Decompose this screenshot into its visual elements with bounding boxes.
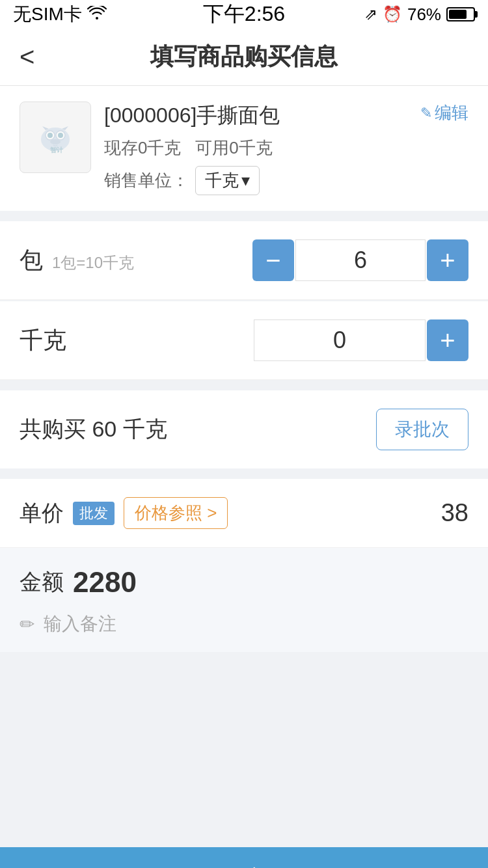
amount-row: 金额 2280 [20,566,468,612]
svg-point-3 [47,133,53,138]
price-tag-pifa: 批发 [73,502,115,525]
confirm-label: 确定 [221,863,267,869]
price-label-row: 单价 批发 价格参照 > [20,497,228,529]
content-area: 智计 [0000006]手撕面包 ✎编辑 现存0千克 可用0千克 销售单位： 千… [0,86,488,847]
summary-section: 共购买 60 千克 录批次 [0,390,488,468]
confirm-button[interactable]: 确定 [0,847,488,868]
batch-button[interactable]: 录批次 [376,409,468,450]
svg-point-5 [50,139,61,144]
battery-percent: 76% [407,5,441,25]
status-right: ⇗ ⏰ 76% [364,5,475,25]
bao-plus-button[interactable]: + [427,239,468,281]
summary-text: 共购买 60 千克 [20,414,167,444]
price-label: 单价 [20,498,64,528]
svg-text:智计: 智计 [49,146,64,154]
product-unit-row: 销售单位： 千克 ▾ [104,166,468,195]
carrier-label: 无SIM卡 [13,2,82,27]
bao-minus-button[interactable]: − [252,239,294,281]
page-title: 填写商品购买信息 [150,41,338,73]
edit-button[interactable]: ✎编辑 [420,102,468,124]
bao-sublabel: 1包=10千克 [52,252,134,273]
price-section: 单价 批发 价格参照 > 38 [0,479,488,548]
status-bar: 无SIM卡 下午2:56 ⇗ ⏰ 76% [0,0,488,29]
svg-point-4 [58,133,63,138]
nav-bar: < 填写商品购买信息 [0,29,488,86]
product-card: 智计 [0000006]手撕面包 ✎编辑 现存0千克 可用0千克 销售单位： 千… [0,86,488,211]
kg-value[interactable]: 0 [254,319,426,361]
chevron-down-icon: ▾ [241,170,250,191]
product-stock: 现存0千克 可用0千克 [104,137,468,159]
unit-select[interactable]: 千克 ▾ [195,166,260,195]
product-info: [0000006]手撕面包 ✎编辑 现存0千克 可用0千克 销售单位： 千克 ▾ [104,102,468,195]
location-icon: ⇗ [364,5,377,23]
remark-placeholder: 输入备注 [44,612,116,636]
bao-label: 包 1包=10千克 [20,245,134,277]
amount-label: 金额 [20,567,64,597]
kg-plus-button[interactable]: + [427,319,468,361]
back-button[interactable]: < [13,36,41,78]
bao-input-section: 包 1包=10千克 − 6 + [0,221,488,300]
bao-value[interactable]: 6 [295,239,426,281]
amount-section: 金额 2280 ✏ 输入备注 [0,548,488,652]
price-ref-button[interactable]: 价格参照 > [124,497,228,529]
product-image: 智计 [20,102,91,173]
product-name: [0000006]手撕面包 [104,102,280,130]
pencil-icon: ✏ [20,614,34,635]
status-time: 下午2:56 [203,0,285,29]
status-left: 无SIM卡 [13,2,107,27]
kg-input-section: 千克 0 + [0,301,488,380]
alarm-icon: ⏰ [383,5,402,23]
battery-icon [446,7,475,21]
price-value: 38 [441,499,468,527]
kg-input-controls: 0 + [254,319,468,361]
remark-row[interactable]: ✏ 输入备注 [20,612,468,652]
amount-value: 2280 [73,566,137,599]
wifi-icon [87,4,107,25]
bao-input-controls: − 6 + [252,239,468,281]
kg-label: 千克 [20,325,66,357]
empty-area [0,652,488,847]
product-top-row: [0000006]手撕面包 ✎编辑 [104,102,468,137]
